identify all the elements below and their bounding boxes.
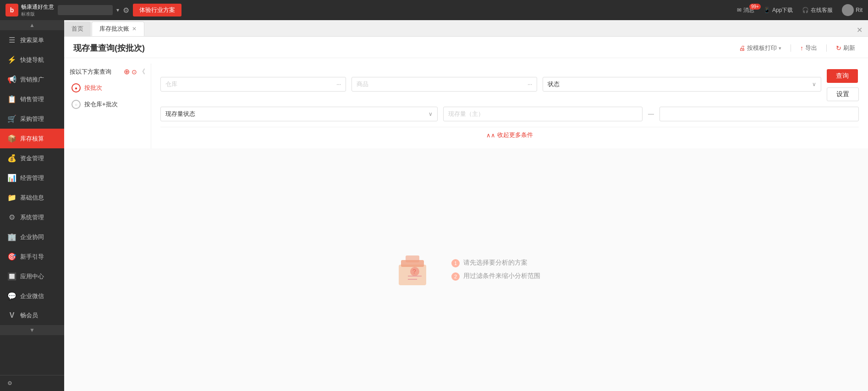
sidebar-item-finance[interactable]: 💰 资金管理: [0, 148, 64, 168]
page-close-button[interactable]: ✕: [855, 24, 864, 36]
collapse-filter-button[interactable]: ∧∧ 收起更多条件: [160, 127, 859, 145]
sidebar-item-operations[interactable]: 📊 经营管理: [0, 168, 64, 188]
sidebar-item-label: 库存核算: [20, 135, 44, 143]
status-filter-field: 状态 ∨: [543, 77, 821, 92]
user-name: Rit: [856, 7, 863, 13]
tab-inventory-batch[interactable]: 库存批次账 ✕: [92, 22, 144, 36]
sidebar-item-search[interactable]: ☰ 搜索菜单: [0, 30, 64, 50]
sidebar-item-quick-nav[interactable]: ⚡ 快捷导航: [0, 50, 64, 70]
refresh-button[interactable]: ↻ 刷新: [832, 42, 859, 54]
empty-tip-1: 1 请先选择要分析的方案: [451, 259, 540, 267]
warehouse-input[interactable]: 仓库 ···: [160, 77, 346, 92]
tip-text-1: 请先选择要分析的方案: [463, 259, 527, 267]
sidebar-scroll-up[interactable]: ▲: [0, 20, 64, 30]
tab-home[interactable]: 首页: [64, 22, 91, 36]
search-icon: ☰: [7, 36, 16, 44]
wechat-icon: 💬: [7, 292, 16, 300]
collapse-filter-label: 收起更多条件: [497, 131, 533, 139]
status-arrow-icon: ∨: [812, 81, 816, 87]
appstore-icon: 🔲: [7, 272, 16, 281]
tab-bar: 首页 库存批次账 ✕ ✕: [64, 20, 868, 37]
print-button[interactable]: 🖨 按模板打印 ▾: [735, 42, 785, 54]
page-header: 现存量查询(按批次) 🖨 按模板打印 ▾ ↑ 导出 ↻ 刷: [64, 37, 868, 58]
message-button[interactable]: ✉ 消息 99+: [737, 6, 754, 14]
header-search-input[interactable]: [58, 5, 113, 15]
sidebar-item-purchase[interactable]: 🛒 采购管理: [0, 109, 64, 129]
tip-num-2: 2: [451, 272, 460, 281]
sidebar-item-label: 畅会员: [20, 311, 38, 320]
collapse-left-panel-icon[interactable]: 《: [139, 68, 145, 76]
sidebar-item-system[interactable]: ⚙ 系统管理: [0, 207, 64, 227]
product-more-icon[interactable]: ···: [527, 81, 532, 87]
empty-tip-2: 2 用过滤条件来缩小分析范围: [451, 272, 540, 281]
svg-text:?: ?: [412, 268, 416, 275]
settings-button[interactable]: 设置: [827, 87, 859, 101]
refresh-label: 刷新: [843, 44, 855, 52]
sidebar-item-label: 资金管理: [20, 154, 44, 163]
sidebar-item-wechat[interactable]: 💬 企业微信: [0, 286, 64, 306]
sidebar-item-newuser[interactable]: 🎯 新手引导: [0, 247, 64, 266]
inventory-main-from[interactable]: 现存量（主）: [443, 107, 643, 121]
online-service-label: 在线客服: [811, 6, 833, 14]
header-dropdown-icon[interactable]: ▾: [116, 7, 119, 13]
sidebar-item-inventory[interactable]: 📦 库存核算: [0, 129, 64, 148]
sidebar-item-appstore[interactable]: 🔲 应用中心: [0, 266, 64, 286]
inventory-main-to[interactable]: [659, 107, 859, 121]
sidebar-item-basic[interactable]: 📁 基础信息: [0, 188, 64, 207]
divider-2: [826, 44, 827, 52]
inventory-status-label: 现存量状态: [165, 110, 429, 118]
filter-area: 按以下方案查询 ⊕ ⊙ 《 ● 按批次 ○ 按仓库+批次: [64, 58, 868, 148]
export-label: 导出: [805, 44, 817, 52]
settings-bottom-icon: ⚙: [7, 380, 12, 386]
tip-text-2: 用过滤条件来缩小分析范围: [463, 272, 540, 280]
sidebar-item-marketing[interactable]: 📢 营销推广: [0, 70, 64, 89]
sidebar-settings-button[interactable]: ⚙: [0, 375, 64, 391]
export-icon: ↑: [800, 44, 803, 52]
product-filter-field: 商品 ···: [352, 77, 537, 92]
user-area[interactable]: Rit: [842, 4, 863, 16]
export-button[interactable]: ↑ 导出: [797, 42, 821, 54]
sidebar-item-sales[interactable]: 📋 销售管理: [0, 89, 64, 109]
left-panel: 按以下方案查询 ⊕ ⊙ 《 ● 按批次 ○ 按仓库+批次: [64, 64, 151, 148]
inventory-status-select[interactable]: 现存量状态 ∨: [160, 107, 438, 121]
app-download-icon: 📱: [764, 7, 770, 13]
inventory-icon: 📦: [7, 134, 16, 143]
header-gear-icon[interactable]: ⚙: [123, 6, 129, 15]
warehouse-more-icon[interactable]: ···: [336, 81, 341, 87]
online-service-button[interactable]: 🎧 在线客服: [802, 6, 833, 14]
empty-icon: ?: [392, 246, 438, 292]
scheme-radio-active: ●: [71, 83, 81, 92]
logo-info: 畅康通好生意 标准版: [21, 3, 54, 17]
app-download-button[interactable]: 📱 App下载: [764, 6, 793, 14]
add-scheme-icon[interactable]: ⊕: [124, 67, 130, 76]
scheme-item-by-warehouse-batch[interactable]: ○ 按仓库+批次: [64, 96, 151, 113]
inventory-main-separator: —: [644, 107, 658, 121]
sidebar: ▲ ☰ 搜索菜单 ⚡ 快捷导航 📢 营销推广 📋 销售管理 🛒 采购管理 📦 库…: [0, 20, 64, 391]
empty-state: ? 1 请先选择要分析的方案 2 用过滤条件来缩小分析范围: [64, 148, 868, 391]
top-header: b 畅康通好生意 标准版 ▾ ⚙ 体验行业方案 ✉ 消息 99+ 📱 App下载…: [0, 0, 868, 20]
status-select[interactable]: 状态 ∨: [543, 77, 821, 92]
sidebar-item-label: 销售管理: [20, 95, 44, 103]
manage-scheme-icon[interactable]: ⊙: [132, 68, 137, 76]
newuser-icon: 🎯: [7, 252, 16, 261]
product-placeholder: 商品: [357, 80, 527, 88]
sidebar-scroll-down[interactable]: ▼: [0, 325, 64, 335]
sidebar-item-enterprise[interactable]: 🏢 企业协同: [0, 227, 64, 247]
sidebar-item-label: 采购管理: [20, 115, 44, 123]
sidebar-item-vip[interactable]: V 畅会员: [0, 306, 64, 325]
home-tab-label: 首页: [71, 25, 83, 33]
tab-close-icon[interactable]: ✕: [132, 26, 137, 32]
scheme-item-by-batch[interactable]: ● 按批次: [64, 80, 151, 96]
sidebar-item-label: 企业协同: [20, 233, 44, 241]
divider-1: [791, 44, 791, 52]
query-button[interactable]: 查询: [827, 69, 858, 83]
product-input[interactable]: 商品 ···: [352, 77, 537, 92]
system-icon: ⚙: [7, 213, 16, 222]
purchase-icon: 🛒: [7, 114, 16, 123]
action-buttons: 查询 设置: [827, 67, 859, 101]
inventory-status-field: 现存量状态 ∨: [160, 107, 438, 121]
experience-button[interactable]: 体验行业方案: [133, 4, 181, 16]
sidebar-item-label: 基础信息: [20, 194, 44, 202]
warehouse-placeholder: 仓库: [165, 80, 336, 88]
left-panel-title: 按以下方案查询: [70, 68, 111, 76]
